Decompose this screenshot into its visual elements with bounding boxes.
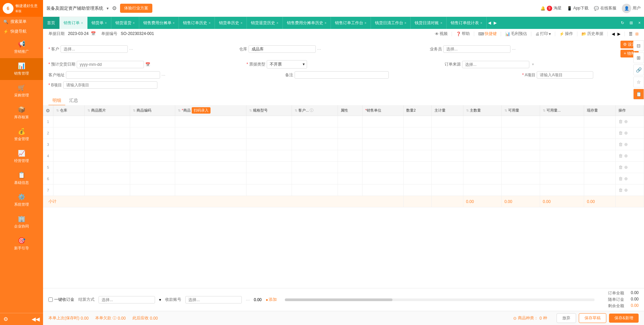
cell-warehouse[interactable]	[53, 139, 85, 150]
tab-return-history[interactable]: 销货退货历史 ×	[247, 17, 283, 29]
info-icon[interactable]: ⓘ	[310, 108, 313, 112]
cell-quantity2[interactable]	[404, 173, 432, 185]
cell-product[interactable]	[175, 185, 247, 196]
tab-close-icon[interactable]: ×	[240, 21, 242, 25]
tab-nav-prev[interactable]: ◀	[487, 21, 492, 25]
sidebar-item-inventory[interactable]: 📦 库存核算	[0, 102, 43, 124]
cell-available2[interactable]	[540, 150, 584, 162]
tab-close-icon[interactable]: ×	[133, 21, 135, 25]
cell-customer-code[interactable]	[292, 162, 338, 173]
sidebar-item-newbie[interactable]: 🎯 新手引导	[0, 233, 43, 255]
cell-spec[interactable]	[247, 162, 292, 173]
delete-row-icon[interactable]: 🗑	[618, 188, 623, 193]
cell-product-image[interactable]	[85, 139, 130, 150]
sort-icon[interactable]: ⇅	[178, 109, 181, 112]
cell-product-code[interactable]	[130, 150, 175, 162]
delete-row-icon[interactable]: 🗑	[618, 119, 623, 124]
sidebar-item-marketing[interactable]: 📢 营销推广	[0, 36, 43, 58]
cell-warehouse[interactable]	[53, 150, 85, 162]
tab-close-icon[interactable]: ×	[365, 21, 367, 25]
tab-summary[interactable]: 汇总	[65, 96, 82, 106]
user-item[interactable]: 👤 用户	[622, 4, 641, 13]
cell-product[interactable]	[175, 173, 247, 185]
save-new-button[interactable]: 保存&新增	[609, 314, 639, 323]
payment-method-input[interactable]	[99, 296, 155, 303]
tab-sales-return[interactable]: 销货退货 ×	[111, 17, 139, 29]
cell-warehouse[interactable]	[53, 185, 85, 196]
cell-main-quantity[interactable]	[463, 173, 501, 185]
tabbar-refresh-icon[interactable]: ↻	[619, 20, 626, 26]
profit-button[interactable]: 📊 毛利预估	[505, 31, 527, 37]
debt-info-icon[interactable]: ⓘ	[113, 316, 116, 321]
tab-close-icon[interactable]: ×	[173, 21, 175, 25]
copy-row-icon[interactable]: ⊕	[624, 142, 628, 147]
sidebar-item-purchase[interactable]: 🛒 采购管理	[0, 80, 43, 102]
calendar-icon[interactable]: 📅	[91, 31, 96, 36]
b-project-input[interactable]	[63, 81, 157, 89]
nav-next-icon[interactable]: ▶	[617, 32, 620, 36]
delete-row-icon[interactable]: 🗑	[618, 165, 623, 170]
product-types-icon[interactable]: ⊙	[513, 316, 517, 321]
list-view-icon[interactable]: ☰	[629, 32, 633, 36]
shortcut-button[interactable]: ⌨ 快捷键	[478, 31, 497, 37]
cell-quantity2[interactable]	[404, 127, 432, 139]
delete-row-icon[interactable]: 🗑	[618, 176, 623, 181]
customer-input[interactable]	[61, 45, 128, 53]
cell-available[interactable]	[501, 139, 540, 150]
sort-icon[interactable]: ⇅	[295, 109, 297, 112]
tab-statistics[interactable]: 销售订单统计表 ×	[447, 17, 487, 29]
cell-available[interactable]	[501, 150, 540, 162]
tab-close-icon[interactable]: ×	[440, 21, 442, 25]
cell-spec[interactable]	[247, 185, 292, 196]
tab-close-icon[interactable]: ×	[480, 21, 482, 25]
cell-product[interactable]	[175, 139, 247, 150]
sort-icon[interactable]: ⇅	[87, 109, 90, 112]
cell-product[interactable]	[175, 162, 247, 173]
sort-icon[interactable]: ⇅	[466, 109, 469, 112]
cell-current-stock[interactable]	[584, 116, 615, 127]
cell-available[interactable]	[501, 185, 540, 196]
side-action-3[interactable]: 🔗	[633, 65, 644, 75]
scrollbar-track[interactable]	[285, 298, 594, 301]
cell-available[interactable]	[501, 162, 540, 173]
sidebar-item-enterprise[interactable]: 🏢 企业协同	[0, 211, 43, 233]
cell-spec[interactable]	[247, 173, 292, 185]
cell-available2[interactable]	[540, 173, 584, 185]
cell-main-quantity[interactable]	[463, 127, 501, 139]
cell-current-stock[interactable]	[584, 139, 615, 150]
cell-warehouse[interactable]	[53, 162, 85, 173]
tab-home[interactable]: 首页	[43, 17, 60, 29]
copy-row-icon[interactable]: ⊕	[624, 119, 628, 124]
cell-current-stock[interactable]	[584, 173, 615, 185]
tab-sales-order[interactable]: 销售订单 ×	[60, 17, 87, 29]
tab-close-icon[interactable]: ×	[209, 21, 211, 25]
tab-detail[interactable]: 明细	[48, 96, 65, 106]
side-action-5[interactable]: 📋	[633, 89, 644, 99]
cell-customer-code[interactable]	[292, 173, 338, 185]
remark-input[interactable]	[295, 71, 389, 79]
save-draft-button[interactable]: 保存草稿	[579, 313, 606, 323]
grid-view-icon[interactable]: ⊞	[635, 32, 639, 36]
help-button[interactable]: ❓ 帮助	[456, 31, 470, 37]
tab-close-icon[interactable]: ×	[405, 21, 407, 25]
cell-main-unit[interactable]	[432, 139, 463, 150]
delivery-date-input[interactable]	[77, 61, 144, 68]
copy-row-icon[interactable]: ⊕	[624, 130, 628, 135]
settings-icon[interactable]: ⚙	[3, 316, 8, 322]
cell-spec[interactable]	[247, 150, 292, 162]
nav-prev-icon[interactable]: ◀	[612, 32, 615, 36]
cell-attribute[interactable]	[338, 173, 363, 185]
copy-row-icon[interactable]: ⊕	[624, 176, 628, 181]
app-dropdown-icon[interactable]: ▾	[107, 6, 109, 11]
cell-spec[interactable]	[247, 116, 292, 127]
cell-quantity2[interactable]	[404, 139, 432, 150]
tab-nav-next[interactable]: ▶	[492, 21, 498, 25]
copy-row-icon[interactable]: ⊕	[624, 153, 628, 158]
cell-product-image[interactable]	[85, 162, 130, 173]
col-settings-icon[interactable]: ⚙	[46, 108, 50, 113]
delete-row-icon[interactable]: 🗑	[618, 130, 623, 135]
cell-available2[interactable]	[540, 162, 584, 173]
cell-main-quantity[interactable]	[463, 116, 501, 127]
cell-current-stock[interactable]	[584, 185, 615, 196]
cell-main-unit[interactable]	[432, 185, 463, 196]
